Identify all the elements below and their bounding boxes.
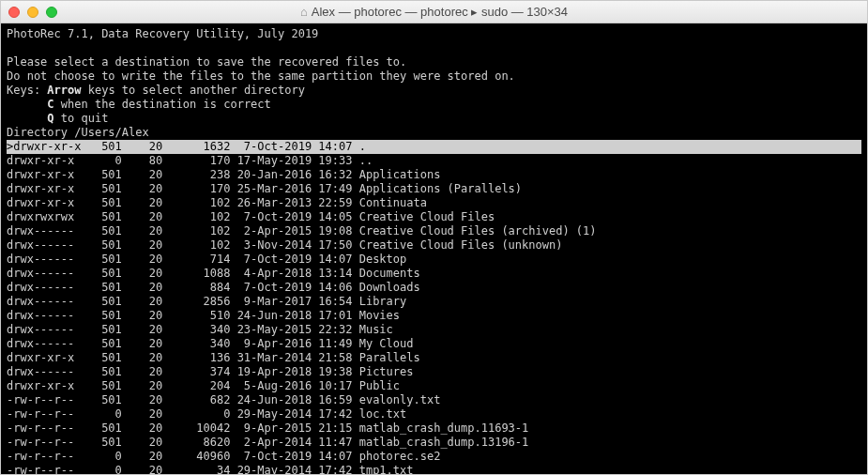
- list-item[interactable]: drwx------ 501 20 374 19-Apr-2018 19:38 …: [7, 365, 861, 379]
- instructions-line-1: Please select a destination to save the …: [7, 55, 861, 69]
- list-item[interactable]: drwx------ 501 20 510 24-Jun-2018 17:01 …: [7, 309, 861, 323]
- list-item[interactable]: drwx------ 501 20 884 7-Oct-2019 14:06 D…: [7, 281, 861, 295]
- directory-listing[interactable]: >drwxr-xr-x 501 20 1632 7-Oct-2019 14:07…: [7, 140, 861, 474]
- terminal-window: ⌂Alex — photorec — photorec ▸ sudo — 130…: [0, 0, 868, 475]
- list-item[interactable]: drwx------ 501 20 340 23-May-2015 22:32 …: [7, 323, 861, 337]
- list-item[interactable]: drwx------ 501 20 1088 4-Apr-2018 13:14 …: [7, 267, 861, 281]
- app-header: PhotoRec 7.1, Data Recovery Utility, Jul…: [7, 27, 861, 41]
- minimize-icon[interactable]: [27, 7, 38, 18]
- q-key-label: Q: [47, 112, 53, 125]
- list-item[interactable]: >drwxr-xr-x 501 20 1632 7-Oct-2019 14:07…: [7, 140, 861, 154]
- list-item[interactable]: drwxr-xr-x 0 80 170 17-May-2019 19:33 ..: [7, 154, 861, 168]
- list-item[interactable]: drwxrwxrwx 501 20 102 7-Oct-2019 14:05 C…: [7, 210, 861, 224]
- list-item[interactable]: drwxr-xr-x 501 20 136 31-Mar-2014 21:58 …: [7, 351, 861, 365]
- list-item[interactable]: drwxr-xr-x 501 20 170 25-Mar-2016 17:49 …: [7, 182, 861, 196]
- directory-line: Directory /Users/Alex: [7, 126, 861, 140]
- list-item[interactable]: drwx------ 501 20 102 3-Nov-2014 17:50 C…: [7, 238, 861, 253]
- list-item[interactable]: drwx------ 501 20 102 2-Apr-2015 19:08 C…: [7, 224, 861, 238]
- list-item[interactable]: drwx------ 501 20 340 9-Apr-2016 11:49 M…: [7, 337, 861, 351]
- list-item[interactable]: drwx------ 501 20 714 7-Oct-2019 14:07 D…: [7, 253, 861, 267]
- keys-arrow-line: Keys: Arrow keys to select another direc…: [7, 84, 861, 98]
- traffic-lights: [8, 7, 57, 18]
- titlebar[interactable]: ⌂Alex — photorec — photorec ▸ sudo — 130…: [1, 1, 867, 23]
- list-item[interactable]: drwxr-xr-x 501 20 102 26-Mar-2013 22:59 …: [7, 196, 861, 210]
- list-item[interactable]: -rw-r--r-- 0 20 0 29-May-2014 17:42 loc.…: [7, 407, 861, 421]
- list-item[interactable]: drwxr-xr-x 501 20 238 20-Jan-2016 16:32 …: [7, 168, 861, 182]
- close-icon[interactable]: [8, 7, 20, 18]
- list-item[interactable]: -rw-r--r-- 0 20 34 29-May-2014 17:42 tmp…: [7, 464, 861, 474]
- list-item[interactable]: drwx------ 501 20 2856 9-Mar-2017 16:54 …: [7, 295, 861, 309]
- keys-c-line: C when the destination is correct: [7, 98, 861, 112]
- arrow-key-label: Arrow: [47, 84, 81, 97]
- c-key-label: C: [47, 98, 53, 111]
- keys-q-line: Q to quit: [7, 112, 861, 126]
- zoom-icon[interactable]: [46, 7, 57, 18]
- window-title: ⌂Alex — photorec — photorec ▸ sudo — 130…: [57, 5, 811, 19]
- window-title-text: Alex — photorec — photorec ▸ sudo — 130×…: [312, 5, 568, 19]
- list-item[interactable]: drwxr-xr-x 501 20 204 5-Aug-2016 10:17 P…: [7, 379, 861, 393]
- instructions-line-2: Do not choose to write the files to the …: [7, 69, 861, 84]
- list-item[interactable]: -rw-r--r-- 501 20 10042 9-Apr-2015 21:15…: [7, 421, 861, 436]
- list-item[interactable]: -rw-r--r-- 0 20 40960 7-Oct-2019 14:07 p…: [7, 450, 861, 464]
- home-icon: ⌂: [300, 5, 308, 19]
- list-item[interactable]: -rw-r--r-- 501 20 682 24-Jun-2018 16:59 …: [7, 393, 861, 407]
- blank-line: [7, 41, 861, 55]
- list-item[interactable]: -rw-r--r-- 501 20 8620 2-Apr-2014 11:47 …: [7, 436, 861, 450]
- current-directory-path: /Users/Alex: [74, 126, 148, 139]
- terminal-body[interactable]: PhotoRec 7.1, Data Recovery Utility, Jul…: [1, 23, 867, 474]
